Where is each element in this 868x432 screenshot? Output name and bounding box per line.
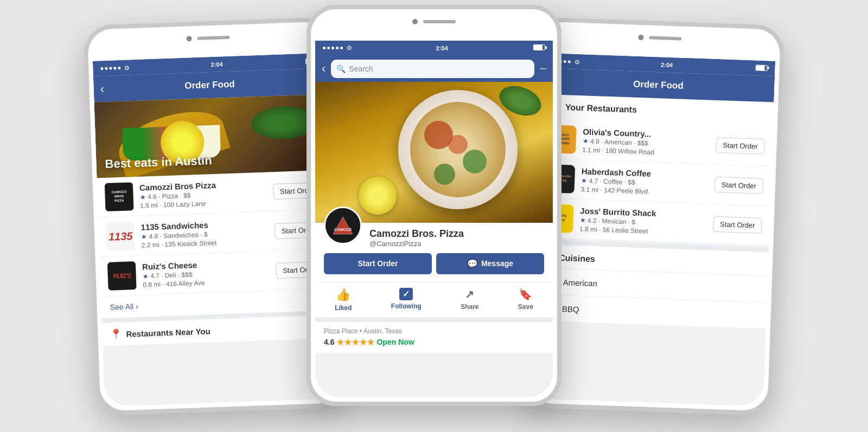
- speaker-center: [423, 20, 456, 23]
- back-button-left[interactable]: ‹: [100, 82, 104, 94]
- restaurant-avatar-center: CAMOZZI: [324, 207, 362, 244]
- signal-center: ⊙: [323, 44, 352, 51]
- right-start-order-btn-2[interactable]: Start Order: [713, 216, 762, 233]
- restaurant-info-2: Ruiz's Cheese ★ 4.7 · Deli · $$$ 0.8 mi …: [142, 257, 270, 288]
- wifi-icon-center: ⊙: [347, 44, 352, 51]
- right-restaurant-item-2: BURRITOSHACK Joss' Burrito Shack ★ 4.2 ·…: [537, 198, 770, 246]
- category-2: Deli: [165, 271, 176, 279]
- signal-dot-3: [109, 66, 112, 69]
- separator-dot: •: [360, 327, 363, 335]
- logo-text-1: 1135: [108, 229, 133, 243]
- phone-right: ⊙ 2:04 ‹ Order Food ❤️: [522, 17, 786, 416]
- phone-top-bar-center: [412, 19, 456, 24]
- reaction-bar-center: 👍 Liked ✓ Following ↗ Share 🔖: [315, 282, 553, 318]
- hero-left: Best eats in Austin: [94, 94, 329, 178]
- topping-3: [448, 135, 467, 154]
- search-icon-center: 🔍: [336, 65, 346, 73]
- your-restaurants-label: Your Restaurants: [565, 102, 637, 115]
- right-restaurant-info-0: Olivia's Country... ★ 4.9 · American · $…: [582, 126, 710, 157]
- cuisine-label-0: American: [563, 277, 597, 287]
- start-order-btn-center[interactable]: Start Order: [324, 253, 432, 274]
- save-reaction[interactable]: 🔖 Save: [518, 288, 533, 312]
- right-restaurant-item-1: HABERDASHCOFFEE Haberdash Coffee ★ 4.7 ·…: [538, 158, 771, 206]
- dot-c4: [336, 47, 339, 49]
- right-start-order-btn-0[interactable]: Start Order: [716, 137, 765, 154]
- see-all-label: See All: [110, 302, 133, 312]
- signal-left: ⊙: [100, 63, 129, 72]
- back-button-center[interactable]: ‹: [322, 63, 326, 75]
- following-icon: ✓: [399, 288, 413, 300]
- right-category-0: American: [604, 138, 632, 146]
- message-label: Message: [481, 259, 513, 268]
- restaurant-location: Austin, Texas: [363, 327, 402, 335]
- scene: ⊙ 2:04 ‹ Order Food: [0, 0, 868, 432]
- phone-top-bar-left: [186, 34, 229, 41]
- camera-left: [186, 36, 192, 41]
- right-restaurant-info-2: Joss' Burrito Shack ★ 4.2 · Mexican · $ …: [579, 205, 707, 236]
- profile-section: CAMOZZI Camozzi Bros. Pizza @CamozziPizz…: [315, 223, 553, 253]
- logo-text-2: RUIZ'S: [113, 272, 131, 280]
- share-reaction[interactable]: ↗ Share: [461, 288, 478, 312]
- following-reaction[interactable]: ✓ Following: [391, 288, 422, 312]
- time-right: 2:04: [661, 61, 673, 68]
- restaurant-logo-1: 1135: [106, 222, 135, 251]
- battery-center: [532, 44, 545, 51]
- phone-center: ⊙ 2:04 ‹ 🔍 Search ···: [307, 5, 561, 406]
- rating-1: 4.8: [149, 232, 158, 240]
- restaurant-rating-big: 4.6 ★★★★★ Open Now: [324, 337, 544, 347]
- liked-icon: 👍: [336, 288, 350, 302]
- stars-1: ★: [141, 232, 147, 240]
- svg-text:CAMOZZI: CAMOZZI: [334, 228, 352, 231]
- avatar-inner: CAMOZZI: [326, 208, 360, 243]
- pizza-hero: [315, 82, 553, 223]
- liked-reaction[interactable]: 👍 Liked: [335, 288, 352, 312]
- right-price-0: $$$: [637, 139, 649, 147]
- price-2: $$$: [181, 270, 193, 278]
- right-stars-0: ★: [583, 137, 589, 144]
- stars-2: ★: [143, 272, 149, 279]
- topping-4: [434, 164, 455, 185]
- share-icon: ↗: [465, 288, 474, 301]
- restaurant-info-bar-center: Pizza Place • Austin, Texas 4.6 ★★★★★ Op…: [315, 318, 553, 353]
- dot-c3: [331, 47, 334, 49]
- search-bar-center[interactable]: 🔍 Search: [331, 60, 534, 78]
- restaurant-info-0: Camozzi Bros Pizza ★ 4.6 · Pizza · $$ 1.…: [139, 178, 267, 209]
- right-start-order-btn-1[interactable]: Start Order: [714, 176, 763, 194]
- right-category-2: Mexican: [602, 217, 626, 225]
- pizza-base: [410, 102, 506, 197]
- dot-c2: [327, 47, 330, 49]
- dot-r5: [568, 60, 571, 62]
- right-distance-2: 1.8 mi: [579, 224, 597, 233]
- restaurant-type: Pizza Place: [324, 327, 358, 335]
- address-2: 416 Alley Ave: [166, 279, 205, 287]
- open-now-label: Open Now: [376, 338, 414, 346]
- right-price-2: $: [631, 218, 635, 225]
- wifi-icon-right: ⊙: [575, 58, 579, 65]
- rating-2: 4.7: [150, 272, 159, 280]
- price-1: $: [204, 230, 208, 237]
- camera-center: [412, 19, 418, 24]
- distance-1: 2.2 mi: [142, 241, 159, 249]
- time-left: 2:04: [211, 61, 223, 68]
- pizza-plate: [398, 90, 518, 209]
- signal-dot-5: [118, 66, 120, 69]
- right-address-1: 142 Peele Blvd.: [604, 186, 649, 195]
- status-bar-center: ⊙ 2:04: [315, 41, 553, 56]
- rating-number-big: 4.6: [324, 338, 334, 346]
- right-stars-1: ★: [581, 176, 587, 184]
- message-btn-center[interactable]: 💬 Message: [436, 253, 544, 274]
- save-icon: 🔖: [519, 288, 532, 301]
- messenger-icon: 💬: [467, 259, 478, 269]
- signal-dot-1: [100, 67, 103, 69]
- wifi-icon-left: ⊙: [124, 63, 129, 70]
- restaurant-logo-0: CAMOZZIBROSPIZZA: [105, 182, 134, 211]
- dot-c5: [340, 47, 343, 49]
- right-address-2: 56 Leslie Street: [603, 225, 648, 235]
- lemon-center: [359, 177, 397, 215]
- profile-outer: CAMOZZI Camozzi Bros. Pizza @CamozziPizz…: [315, 223, 553, 282]
- cuisines-label: Cuisines: [559, 253, 595, 263]
- restaurant-name-center: Camozzi Bros. Pizza: [369, 228, 464, 240]
- topping-2: [463, 150, 487, 173]
- more-button-center[interactable]: ···: [540, 65, 546, 73]
- right-restaurant-info-1: Haberdash Coffee ★ 4.7 · Coffee · $$ 3.1…: [580, 166, 708, 197]
